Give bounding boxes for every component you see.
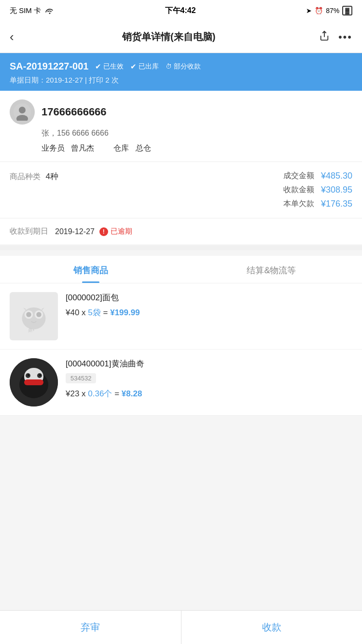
product-name-1: [0000002]面包: [66, 292, 352, 303]
product-thumbnail-1: 鼎+: [10, 292, 58, 340]
product-list: 鼎+ [0000002]面包 ¥40 x 5袋 = ¥199.99: [0, 283, 362, 416]
status-right: ➤ ⏰ 87% ▓: [306, 6, 352, 15]
bottom-bar: 弃审 收款: [0, 610, 362, 644]
badge-shipped: ✔ 已出库: [130, 62, 159, 71]
check-icon-2: ✔: [130, 62, 137, 71]
collected-amount: ¥308.95: [321, 185, 352, 195]
share-button[interactable]: [319, 30, 330, 43]
bottom-spacer: [0, 416, 362, 454]
header-date: 单据日期：2019-12-27 | 打印 2 次: [10, 76, 352, 85]
deal-row: 成交金额 ¥485.30: [283, 171, 352, 181]
salesperson-field: 业务员 曾凡杰: [42, 143, 94, 154]
product-info-1: [0000002]面包 ¥40 x 5袋 = ¥199.99: [66, 292, 352, 318]
order-id: SA-20191227-001: [10, 61, 88, 72]
customer-info: 张，156 6666 6666: [42, 128, 352, 139]
nav-bar: ‹ 销货单详情(来自电脑) •••: [0, 21, 362, 53]
tab-products[interactable]: 销售商品: [0, 256, 181, 283]
battery-text: 87%: [326, 7, 339, 14]
owed-label: 本单欠款: [283, 199, 314, 209]
badge-effective: ✔ 已生效: [95, 62, 124, 71]
check-icon-1: ✔: [95, 62, 101, 71]
customer-meta: 业务员 曾凡杰 仓库 总仓: [42, 143, 352, 154]
salesperson-label: 业务员: [42, 144, 65, 152]
due-date-value: 2019-12-27: [55, 227, 95, 236]
summary-section: 商品种类 4种 成交金额 ¥485.30 收款金额 ¥308.95 本单欠款 ¥…: [0, 162, 362, 218]
order-row: SA-20191227-001 ✔ 已生效 ✔ 已出库 ⏱ 部分收款: [10, 61, 352, 72]
owed-amount: ¥176.35: [321, 199, 352, 209]
svg-point-17: [39, 374, 41, 376]
carrier-text: 无 SIM 卡: [10, 6, 41, 15]
salesperson-value: 曾凡杰: [71, 144, 94, 152]
status-time: 下午4:42: [165, 6, 196, 16]
tabs-row: 销售商品 结算&物流等: [0, 256, 362, 283]
svg-point-4: [22, 308, 46, 330]
warehouse-value: 总仓: [136, 144, 151, 152]
svg-point-8: [36, 312, 42, 317]
collect-payment-button[interactable]: 收款: [181, 611, 362, 644]
status-carrier: 无 SIM 卡: [10, 6, 55, 15]
types-label: 商品种类: [10, 172, 41, 181]
overdue-text: 已逾期: [111, 227, 132, 236]
warehouse-label: 仓库: [113, 144, 129, 152]
wifi-icon: [45, 6, 55, 15]
summary-left: 商品种类 4种: [10, 171, 58, 182]
alarm-icon: ⏰: [315, 7, 323, 14]
owed-row: 本单欠款 ¥176.35: [283, 199, 352, 209]
abandon-review-button[interactable]: 弃审: [0, 611, 181, 644]
warehouse-field: 仓库 总仓: [113, 143, 151, 154]
product-info-2: [000400001]黄油曲奇 534532 ¥23 x 0.36个 = ¥8.…: [66, 358, 352, 399]
collected-row: 收款金额 ¥308.95: [283, 185, 352, 195]
product-name-2: [000400001]黄油曲奇: [66, 358, 352, 369]
svg-rect-13: [24, 379, 43, 385]
svg-point-16: [28, 374, 29, 376]
due-label: 收款到期日: [10, 226, 48, 237]
svg-text:鼎+: 鼎+: [28, 328, 35, 333]
battery-icon: ▓: [342, 6, 352, 15]
back-button[interactable]: ‹: [10, 29, 14, 44]
badge-partial: ⏱ 部分收款: [166, 62, 201, 71]
overdue-badge: ! 已逾期: [99, 227, 132, 236]
nav-actions: •••: [319, 30, 352, 43]
more-button[interactable]: •••: [338, 31, 352, 43]
page-title: 销货单详情(来自电脑): [19, 30, 319, 43]
separator: [0, 245, 362, 250]
tab-settlement[interactable]: 结算&物流等: [181, 256, 362, 283]
clock-icon: ⏱: [166, 63, 172, 70]
deal-label: 成交金额: [283, 171, 314, 181]
customer-row: 17666666666: [10, 99, 352, 125]
deal-amount: ¥485.30: [321, 171, 352, 181]
overdue-icon: !: [99, 227, 108, 236]
summary-right: 成交金额 ¥485.30 收款金额 ¥308.95 本单欠款 ¥176.35: [283, 171, 352, 209]
tabs-section: 销售商品 结算&物流等: [0, 256, 362, 283]
location-icon: ➤: [306, 7, 312, 14]
types-count: 4种: [45, 172, 58, 181]
avatar: [10, 99, 35, 125]
product-tag: 534532: [66, 373, 96, 383]
svg-point-7: [26, 312, 31, 317]
header-banner: SA-20191227-001 ✔ 已生效 ✔ 已出库 ⏱ 部分收款 单据日期：…: [0, 53, 362, 91]
collected-label: 收款金额: [283, 185, 314, 195]
product-price-1: ¥40 x 5袋 = ¥199.99: [66, 307, 352, 318]
due-date-section: 收款到期日 2019-12-27 ! 已逾期: [0, 219, 362, 244]
list-item: 鼎+ [0000002]面包 ¥40 x 5袋 = ¥199.99: [0, 283, 362, 350]
status-bar: 无 SIM 卡 下午4:42 ➤ ⏰ 87% ▓: [0, 0, 362, 21]
product-thumbnail-2: [10, 358, 58, 406]
list-item: [000400001]黄油曲奇 534532 ¥23 x 0.36个 = ¥8.…: [0, 350, 362, 416]
customer-section: 17666666666 张，156 6666 6666 业务员 曾凡杰 仓库 总…: [0, 91, 362, 161]
product-price-2: ¥23 x 0.36个 = ¥8.28: [66, 388, 352, 399]
customer-name: 17666666666: [42, 106, 107, 118]
svg-point-2: [19, 107, 26, 113]
